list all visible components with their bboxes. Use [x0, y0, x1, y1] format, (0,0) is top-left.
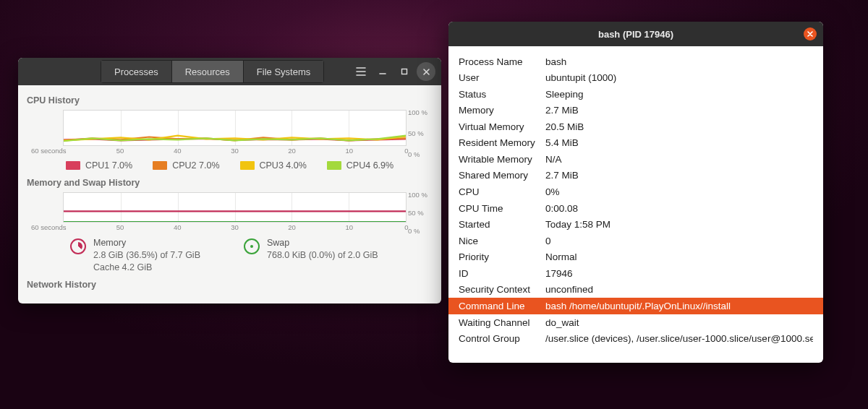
property-row[interactable]: StatusSleeping [448, 86, 823, 103]
tab-resources[interactable]: Resources [172, 60, 244, 83]
property-row[interactable]: Waiting Channeldo_wait [448, 314, 823, 331]
cpu-y-axis: 100 % 50 % 0 % [408, 110, 430, 156]
view-tabs: Processes Resources File Systems [101, 60, 324, 83]
property-row[interactable]: CPU0% [448, 184, 823, 201]
property-row[interactable]: Shared Memory2.7 MiB [448, 168, 823, 184]
close-icon[interactable] [417, 62, 435, 81]
mem-x-axis: 60 seconds 50 40 30 20 10 0 [63, 223, 407, 233]
memory-chart-area: 100 % 50 % 0 % 60 seconds 50 40 30 20 10… [27, 192, 433, 233]
property-key: Memory [459, 103, 545, 118]
property-key: Command Line [459, 299, 545, 314]
property-value: /user.slice (devices), /user.slice/user-… [545, 332, 813, 346]
property-key: Process Name [459, 55, 545, 69]
property-row[interactable]: CPU Time0:00.08 [448, 200, 823, 217]
property-row[interactable]: Nice0 [448, 233, 823, 249]
property-value: bash [545, 55, 813, 69]
memory-chart [63, 192, 407, 223]
svg-rect-0 [402, 69, 407, 74]
legend-swatch-icon [153, 161, 167, 170]
tab-file-systems[interactable]: File Systems [244, 60, 324, 83]
memory-swap-summary: Memory 2.8 GiB (36.5%) of 7.7 GiB Cache … [27, 237, 433, 274]
swap-label: Swap [267, 237, 378, 249]
property-row[interactable]: Resident Memory5.4 MiB [448, 135, 823, 152]
property-row[interactable]: StartedToday 1:58 PM [448, 217, 823, 233]
property-key: Writable Memory [459, 152, 545, 167]
property-key: CPU Time [459, 202, 545, 216]
property-value: 20.5 MiB [545, 120, 813, 134]
property-key: Shared Memory [459, 168, 545, 183]
property-row[interactable]: Userubuntupit (1000) [448, 70, 823, 87]
cpu-legend-item[interactable]: CPU2 7.0% [153, 160, 219, 171]
property-row[interactable]: Writable MemoryN/A [448, 151, 823, 168]
property-value: Today 1:58 PM [545, 218, 813, 232]
property-key: Waiting Channel [459, 316, 545, 330]
dialog-titlebar: bash (PID 17946) [448, 22, 823, 46]
memory-usage: 2.8 GiB (36.5%) of 7.7 GiB [93, 249, 200, 262]
legend-swatch-icon [66, 161, 80, 170]
process-properties-window: bash (PID 17946) Process NamebashUserubu… [448, 22, 823, 363]
process-properties-list: Process NamebashUserubuntupit (1000)Stat… [448, 46, 823, 363]
property-key: Virtual Memory [459, 120, 545, 134]
memory-summary: Memory 2.8 GiB (36.5%) of 7.7 GiB Cache … [70, 237, 200, 274]
property-key: Started [459, 218, 545, 232]
cpu-legend-item[interactable]: CPU3 4.0% [240, 160, 307, 171]
property-row[interactable]: Memory2.7 MiB [448, 103, 823, 119]
memory-history-title: Memory and Swap History [27, 178, 433, 188]
property-key: Nice [459, 234, 545, 249]
property-value: ubuntupit (1000) [545, 71, 813, 85]
property-value: 2.7 MiB [545, 103, 813, 118]
property-key: Security Context [459, 283, 545, 297]
memory-cache: Cache 4.2 GiB [93, 262, 200, 274]
system-monitor-window: Processes Resources File Systems CPU His… [18, 58, 441, 303]
legend-label: CPU2 7.0% [172, 160, 219, 171]
window-body: CPU History 100 % 50 % 0 % 60 seconds 50… [18, 85, 441, 290]
property-value: 0% [545, 185, 813, 199]
property-value: 17946 [545, 267, 813, 281]
cpu-legend-item[interactable]: CPU1 7.0% [66, 160, 132, 171]
property-value: bash /home/ubuntupit/.PlayOnLinux//insta… [545, 299, 813, 314]
cpu-chart [63, 110, 407, 146]
titlebar: Processes Resources File Systems [18, 58, 441, 85]
minimize-icon[interactable] [373, 62, 392, 81]
property-value: 5.4 MiB [545, 136, 813, 150]
property-value: Sleeping [545, 87, 813, 102]
property-value: unconfined [545, 283, 813, 297]
memory-label: Memory [93, 237, 200, 249]
property-row[interactable]: Control Group/user.slice (devices), /use… [448, 331, 823, 348]
cpu-legend: CPU1 7.0%CPU2 7.0%CPU3 4.0%CPU4 6.9% [27, 160, 433, 171]
property-key: Status [459, 87, 545, 102]
property-key: Resident Memory [459, 136, 545, 150]
legend-label: CPU3 4.0% [260, 160, 307, 171]
property-row[interactable]: Security Contextunconfined [448, 282, 823, 298]
cpu-legend-item[interactable]: CPU4 6.9% [327, 160, 393, 171]
legend-swatch-icon [240, 161, 255, 170]
property-key: User [459, 71, 545, 85]
property-value: 0:00.08 [545, 202, 813, 216]
property-row[interactable]: PriorityNormal [448, 249, 823, 266]
property-value: N/A [545, 152, 813, 167]
property-row[interactable]: Process Namebash [448, 53, 823, 70]
property-key: ID [459, 267, 545, 281]
legend-label: CPU4 6.9% [346, 160, 393, 171]
property-value: do_wait [545, 316, 813, 330]
network-history-title: Network History [27, 280, 433, 290]
swap-pie-icon [244, 238, 260, 254]
property-row[interactable]: Command Linebash /home/ubuntupit/.PlayOn… [448, 298, 823, 314]
property-row[interactable]: ID17946 [448, 265, 823, 282]
legend-swatch-icon [327, 161, 341, 170]
property-value: 0 [545, 234, 813, 249]
property-key: CPU [459, 185, 545, 199]
legend-label: CPU1 7.0% [85, 160, 132, 171]
cpu-chart-area: 100 % 50 % 0 % 60 seconds 50 40 30 20 10… [27, 110, 433, 156]
property-value: Normal [545, 250, 813, 264]
dialog-title: bash (PID 17946) [448, 29, 823, 40]
tab-processes[interactable]: Processes [101, 60, 172, 83]
swap-usage: 768.0 KiB (0.0%) of 2.0 GiB [267, 249, 378, 262]
maximize-icon[interactable] [395, 62, 414, 81]
hamburger-menu-icon[interactable] [352, 62, 370, 81]
swap-summary: Swap 768.0 KiB (0.0%) of 2.0 GiB [244, 237, 378, 274]
mem-y-axis: 100 % 50 % 0 % [408, 192, 430, 233]
property-key: Priority [459, 250, 545, 264]
close-icon[interactable] [804, 27, 817, 40]
property-row[interactable]: Virtual Memory20.5 MiB [448, 119, 823, 135]
